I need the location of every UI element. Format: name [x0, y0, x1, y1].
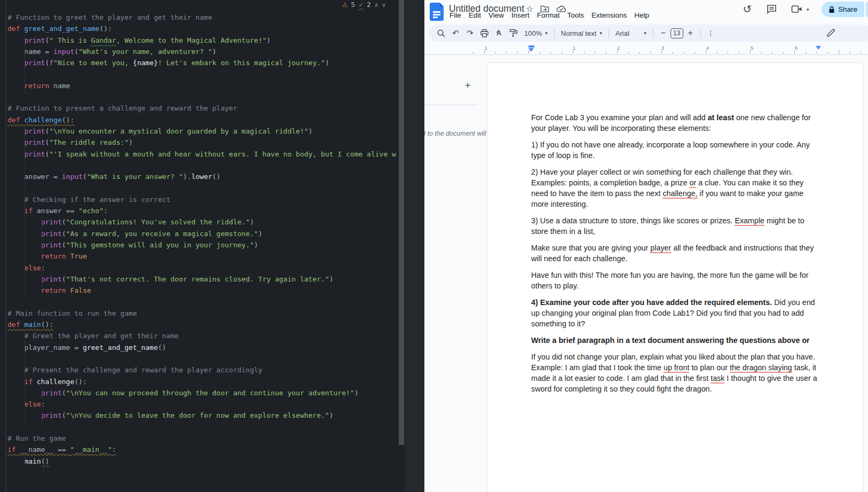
- ruler-ticks: [484, 50, 865, 54]
- docs-app-icon[interactable]: [430, 3, 444, 21]
- code-token: (: [62, 275, 66, 283]
- code-token: ): [250, 218, 254, 226]
- code-token: :: [112, 446, 116, 454]
- code-editor-window: ⚠ 5 ✓ 2 ∧ ∨ # Function to greet the play…: [0, 0, 424, 492]
- code-line: if __name__ == "__main__":: [0, 444, 405, 455]
- code-token: "The riddle reads:": [49, 138, 129, 146]
- document-text[interactable]: For Code Lab 3 you examine your plan and…: [531, 112, 820, 400]
- outline-hint-text: d to the document will: [424, 130, 486, 137]
- version-history-icon[interactable]: ↺: [741, 3, 753, 15]
- code-token: (: [62, 389, 66, 397]
- menu-item-file[interactable]: File: [446, 11, 465, 19]
- editor-scrollbar[interactable]: [399, 0, 404, 445]
- code-token: answer ==: [33, 207, 78, 215]
- code-line: # Run the game: [0, 433, 405, 444]
- menu-item-edit[interactable]: Edit: [465, 11, 485, 19]
- font-size-field[interactable]: 13: [670, 28, 683, 38]
- code-token: "__main__": [70, 446, 112, 454]
- chevron-down-icon: ▾: [599, 30, 602, 36]
- code-token: f: [49, 59, 53, 67]
- add-tab-button[interactable]: +: [465, 80, 471, 91]
- code-area[interactable]: # Function to greet the player and get t…: [0, 12, 405, 467]
- code-token: if: [24, 378, 33, 386]
- grammar-suggestion[interactable]: up front: [664, 363, 689, 373]
- code-token: [7, 36, 24, 44]
- menu-item-insert[interactable]: Insert: [508, 11, 533, 19]
- indent-guide: [42, 409, 42, 422]
- search-icon[interactable]: [435, 26, 448, 40]
- code-line: [0, 421, 405, 433]
- print-icon[interactable]: [478, 26, 491, 40]
- menu-item-format[interactable]: Format: [533, 11, 564, 19]
- font-size-increase[interactable]: +: [684, 26, 697, 40]
- font-size-decrease[interactable]: −: [657, 26, 670, 40]
- menu-item-help[interactable]: Help: [630, 11, 653, 19]
- problems-indicator[interactable]: ⚠ 5 ✓ 2 ∧ ∨: [342, 1, 386, 9]
- grammar-suggestion[interactable]: player: [650, 244, 671, 253]
- code-token: ): [258, 230, 263, 238]
- code-token: print: [41, 411, 62, 419]
- minimap[interactable]: [405, 0, 424, 492]
- code-token: (: [62, 241, 66, 249]
- prev-problem-icon[interactable]: ∧: [374, 2, 378, 9]
- code-token: "What is your answer? ": [87, 173, 183, 181]
- code-token: ():: [41, 321, 53, 329]
- zoom-select[interactable]: 100%▾: [520, 29, 551, 37]
- meet-caret-icon[interactable]: ▾: [807, 7, 809, 12]
- document-page[interactable]: For Code Lab 3 you examine your plan and…: [487, 63, 863, 492]
- code-line: return False: [0, 285, 405, 296]
- ruler[interactable]: 1 123456: [424, 45, 868, 55]
- code-token: # Function to present a challenge and re…: [7, 104, 237, 112]
- grammar-suggestion[interactable]: or: [689, 178, 696, 188]
- indent-guide: [25, 125, 25, 297]
- indent-guide: [25, 330, 25, 421]
- code-token: return: [41, 252, 66, 260]
- code-token: " This is: [49, 36, 91, 44]
- text-run: 4): [531, 298, 540, 307]
- first-line-indent-marker[interactable]: [528, 45, 534, 48]
- paragraph: 1) If you do not have one already, incor…: [531, 139, 820, 161]
- code-line: # Function to greet the player and get t…: [0, 12, 405, 23]
- code-token: ): [129, 138, 133, 146]
- code-line: if answer == "echo":: [0, 205, 405, 216]
- next-problem-icon[interactable]: ∨: [382, 2, 386, 9]
- undo-icon[interactable]: ↶: [449, 26, 462, 40]
- paragraph: 4) Examine your code after you have adde…: [531, 297, 820, 329]
- grammar-suggestion[interactable]: task: [711, 374, 724, 384]
- meet-video-icon[interactable]: [791, 3, 802, 15]
- share-dropdown-segment[interactable]: [866, 2, 868, 17]
- grammar-suggestion[interactable]: Example: [735, 216, 764, 226]
- code-token: [7, 400, 24, 408]
- code-token: , Welcome to the Magical Adventure!": [116, 36, 267, 44]
- indent-guide: [25, 34, 25, 94]
- menu-item-tools[interactable]: Tools: [564, 11, 588, 19]
- paragraph-style-select[interactable]: Normal text▾: [557, 29, 606, 37]
- code-token: (: [62, 411, 66, 419]
- chevron-down-icon: ▾: [644, 30, 646, 36]
- code-line: [0, 353, 405, 364]
- code-token: print: [24, 59, 45, 67]
- code-token: ): [325, 59, 329, 67]
- comments-icon[interactable]: [766, 3, 777, 15]
- menu-item-view[interactable]: View: [485, 11, 508, 19]
- left-indent-marker[interactable]: [528, 48, 534, 52]
- menu-item-extensions[interactable]: Extensions: [588, 11, 630, 19]
- code-token: :: [41, 400, 45, 408]
- spellcheck-icon[interactable]: A✓: [492, 26, 506, 40]
- code-line: else:: [0, 262, 405, 274]
- font-select[interactable]: Arial▾: [612, 29, 650, 37]
- editing-mode-icon[interactable]: [825, 27, 837, 39]
- grammar-suggestion[interactable]: challenge,: [662, 189, 697, 199]
- code-line: print("That's not correct. The door rema…: [0, 274, 405, 285]
- redo-icon[interactable]: ↷: [463, 26, 477, 40]
- code-token: # Main function to run the game: [7, 309, 137, 317]
- share-button[interactable]: Share: [822, 2, 864, 17]
- code-token: True: [70, 252, 86, 260]
- more-options-icon[interactable]: ⋮: [704, 26, 717, 40]
- indent-guide: [42, 386, 42, 399]
- code-line: # Present the challenge and reward the p…: [0, 364, 405, 376]
- grammar-suggestion[interactable]: the dragon slaying: [730, 363, 792, 373]
- paint-format-icon[interactable]: [507, 26, 520, 40]
- right-indent-marker[interactable]: [816, 46, 821, 50]
- share-label: Share: [838, 5, 857, 13]
